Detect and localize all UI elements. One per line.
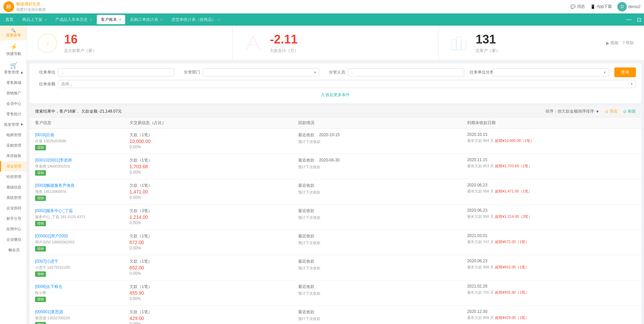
tab-purchase-stats[interactable]: 进货单统计表（按商品） × bbox=[167, 15, 224, 24]
sidebar-item-app-center[interactable]: 应用中心 bbox=[0, 224, 27, 234]
sidebar-item-member2[interactable]: 畅会员 bbox=[0, 245, 27, 255]
sidebar-item-purchase[interactable]: 采购管理 bbox=[0, 140, 27, 151]
customer-name[interactable]: [000002]用户2050 bbox=[35, 233, 130, 239]
close-purchase-stats-icon[interactable]: × bbox=[218, 18, 220, 22]
sidebar-item-wechat[interactable]: 企业微信 bbox=[0, 234, 27, 245]
department-select[interactable] bbox=[203, 68, 319, 77]
table-row: [0002]服务中心_丁磊 服务中心_丁磊 181 0125 8371 现销 欠… bbox=[30, 205, 641, 230]
collapse-btn[interactable]: ⋀ 收起更多条件 bbox=[35, 91, 636, 99]
collect-date: 最近收款 bbox=[298, 309, 467, 315]
due-date: 2021.03.01 bbox=[467, 233, 636, 238]
source-category-label: 往来单位分类 bbox=[470, 69, 490, 75]
manager-label: 分管人员 bbox=[325, 69, 345, 75]
sidebar-purchase-label: 采购管理 bbox=[6, 143, 21, 147]
customer-name[interactable]: [0003]畅捷服务尹海燕 bbox=[35, 183, 130, 188]
overdue-link[interactable]: 超期¥652.00（1笔） bbox=[495, 265, 529, 269]
overdue-link[interactable]: 超期¥1,214.00（3笔） bbox=[495, 214, 532, 218]
customer-name[interactable]: [0002]服务中心_丁磊 bbox=[35, 208, 130, 214]
debt-amount[interactable]: 429.00 bbox=[130, 316, 298, 321]
close-product-history-icon[interactable]: × bbox=[90, 18, 92, 22]
table-row: [0007]小进千 小进千 18279152100 现销 欠款（1笔） 652.… bbox=[30, 255, 641, 281]
sidebar-item-finance[interactable]: 资金管理 bbox=[0, 161, 27, 172]
overdue-link[interactable]: 超期¥455.90（1笔） bbox=[495, 290, 529, 294]
results-summary: 搜索结果中，客户16家 bbox=[35, 109, 76, 114]
sidebar-item-basic-info[interactable]: 基础信息 bbox=[0, 182, 27, 193]
help-btn[interactable]: ? 帮助 bbox=[622, 40, 634, 46]
sidebar-item-operations[interactable]: 经营管理 bbox=[0, 172, 27, 182]
overdue-link[interactable]: 超期¥672.00（1笔） bbox=[495, 240, 529, 244]
refresh-button[interactable]: ⊙ 刷新 bbox=[623, 109, 636, 114]
sidebar-item-quick-nav[interactable]: ⚡ 快捷导航 bbox=[0, 40, 27, 59]
source-category-select[interactable] bbox=[493, 68, 609, 77]
message-btn[interactable]: 💬 消息 bbox=[570, 4, 585, 9]
sidebar-item-retail-mall[interactable]: 零售商城 bbox=[0, 78, 27, 88]
close-product-listing-icon[interactable]: × bbox=[45, 18, 47, 22]
debt-amount[interactable]: 455.90 bbox=[130, 290, 298, 296]
sidebar-item-enterprise[interactable]: 企业协同 bbox=[0, 203, 27, 213]
customer-name[interactable]: [0001020001]李老师 bbox=[35, 157, 130, 163]
debt-amount[interactable]: 1,214.00 bbox=[130, 214, 298, 220]
debt-amount[interactable]: 652.00 bbox=[130, 265, 298, 270]
tab-purchase-order[interactable]: 采购订单统计表 × bbox=[126, 15, 166, 24]
sidebar-retail-mgmt-label: 零售管理 ▲ bbox=[4, 70, 24, 74]
debt-amount[interactable]: 10,000.00 bbox=[130, 139, 298, 144]
sidebar-item-wholesale[interactable]: 批发管理 ▼ bbox=[0, 119, 27, 130]
table-row: [000002]用户2050 用户2050 18665062050 现销 欠款（… bbox=[30, 230, 641, 255]
tab-home[interactable]: 首页 bbox=[1, 15, 18, 24]
search-button[interactable]: 查询 bbox=[614, 67, 636, 77]
sidebar-item-marketing[interactable]: 营销推广 bbox=[0, 88, 27, 98]
customer-name[interactable]: [0007]小进千 bbox=[35, 259, 130, 264]
col-debt-info: 欠交易信息（占比） bbox=[130, 120, 298, 126]
sidebar-item-guide[interactable]: 新手引导 bbox=[0, 213, 27, 224]
sidebar-item-retail-stats[interactable]: 零售统计 bbox=[0, 109, 27, 119]
debt-count: 欠款（3笔） bbox=[130, 208, 298, 214]
tab-minimize-btn[interactable]: — bbox=[625, 17, 633, 23]
sidebar-item-retail-mgmt[interactable]: 🛒 零售管理 ▲ bbox=[0, 59, 27, 78]
debt-customers-icon: ¥ bbox=[37, 33, 57, 53]
export-icon: ⊙ bbox=[605, 109, 608, 114]
overdue-link[interactable]: 超期¥1,703.68（1笔） bbox=[495, 164, 532, 168]
debt-cell: 欠款（3笔） 1,214.00 0.00% bbox=[130, 208, 298, 225]
customer-name[interactable]: [0006]去下粮仓 bbox=[35, 284, 130, 290]
user-area[interactable]: D demo2 bbox=[617, 2, 641, 11]
debt-amount[interactable]: 1,471.00 bbox=[130, 189, 298, 195]
sidebar-item-system[interactable]: 系统管理 bbox=[0, 193, 27, 203]
results-debt-summary: 欠款金额 -21,148.07元 bbox=[81, 109, 122, 114]
due-cell: 2020.06.23 最长欠款 998 天 超期¥1,471.00（1笔） bbox=[467, 183, 636, 194]
sort-button[interactable]: 排序：按欠款金额倒序排序 ▼ bbox=[545, 109, 599, 114]
manager-input[interactable]: ... bbox=[348, 68, 464, 77]
overdue-link[interactable]: 超期¥10,000.00（1笔） bbox=[495, 139, 534, 143]
tab-customer-ledger[interactable]: 客户账本 × bbox=[97, 15, 125, 24]
export-button[interactable]: ⊙ 导出 bbox=[605, 109, 618, 114]
sidebar-item-member[interactable]: 会员中心 bbox=[0, 98, 27, 109]
message-icon: 💬 bbox=[570, 4, 576, 9]
balance-select[interactable]: 选择... bbox=[58, 80, 636, 88]
refresh-icon: ⊙ bbox=[623, 109, 626, 114]
sidebar-item-ecommerce[interactable]: 电商管理 bbox=[0, 130, 27, 140]
sidebar-marketing-label: 营销推广 bbox=[6, 91, 21, 95]
sidebar-item-inventory[interactable]: 库存核算 bbox=[0, 151, 27, 161]
filter-area: 往来单位 ... 分管部门 分管人员 ... bbox=[30, 63, 641, 103]
tab-maximize-btn[interactable]: ⊡ bbox=[636, 17, 643, 23]
close-purchase-order-icon[interactable]: × bbox=[160, 18, 162, 22]
debt-customers-label: 总欠款客户（家） bbox=[64, 48, 96, 54]
source-unit-input[interactable]: ... bbox=[58, 68, 174, 77]
overdue-link[interactable]: 超期¥429.00（1笔） bbox=[495, 316, 529, 320]
sidebar-retail-stats-label: 零售统计 bbox=[6, 112, 21, 116]
video-btn[interactable]: ▶ 视频 bbox=[606, 40, 618, 46]
export-label: 导出 bbox=[610, 109, 618, 114]
customer-name[interactable]: [0016]吕俊 bbox=[35, 132, 130, 138]
overdue-link[interactable]: 超期¥1,471.00（1笔） bbox=[495, 189, 532, 193]
tab-product-history[interactable]: 产成品入库单历史 × bbox=[51, 15, 96, 24]
sidebar-guide-label: 新手引导 bbox=[6, 216, 21, 220]
collect-next: 预计下次收款 bbox=[298, 240, 467, 245]
debt-amount[interactable]: 1,703.68 bbox=[130, 164, 298, 169]
logo-texts: 畅捷通好生意 母婴行业演示账套 bbox=[16, 1, 46, 12]
collapse-label: 收起更多条件 bbox=[326, 92, 350, 97]
debt-amount[interactable]: 672.00 bbox=[130, 240, 298, 245]
app-download-btn[interactable]: 📱 App下载 bbox=[590, 4, 612, 9]
close-customer-ledger-icon[interactable]: × bbox=[119, 18, 121, 22]
tab-product-listing[interactable]: 商品上下架 × bbox=[18, 15, 51, 24]
sidebar-search[interactable]: 🔍 搜索菜单 bbox=[0, 26, 27, 40]
customer-name[interactable]: [000001]黄思源 bbox=[35, 309, 130, 315]
